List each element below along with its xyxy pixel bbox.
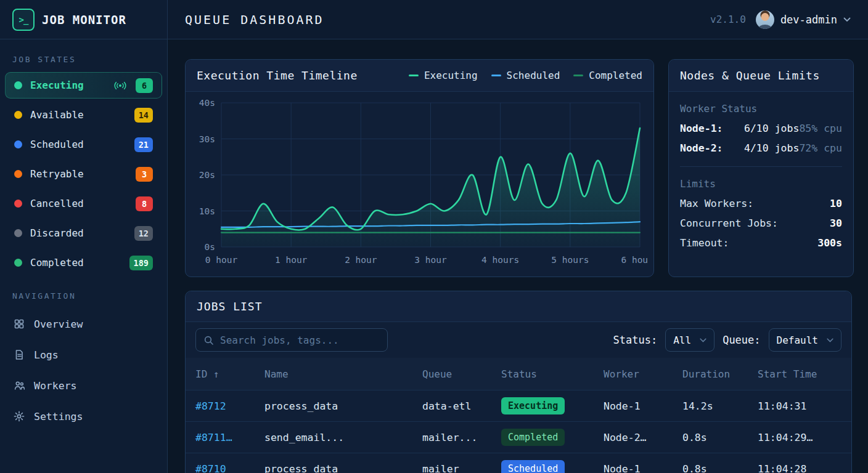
legend-label: Executing — [424, 70, 478, 81]
job-worker: Node-1 — [604, 463, 682, 473]
column-header-id[interactable]: ID ↑ — [195, 368, 264, 380]
table-row[interactable]: #8712 process_data data-etl Executing No… — [186, 390, 851, 421]
svg-text:10s: 10s — [199, 206, 215, 216]
state-count-badge: 3 — [136, 167, 153, 182]
limit-value: 300s — [817, 237, 842, 249]
nav-label: Overview — [34, 318, 83, 330]
job-duration: 0.8s — [682, 432, 758, 443]
nav-label: Settings — [34, 411, 83, 422]
column-header-queue[interactable]: Queue — [422, 368, 501, 380]
state-label: Cancelled — [30, 198, 128, 209]
state-dot — [14, 170, 22, 178]
state-label: Executing — [30, 79, 106, 91]
svg-text:4 hours: 4 hours — [481, 255, 519, 265]
limits-label: Limits — [680, 178, 842, 190]
terminal-logo-icon: >_ — [12, 9, 35, 31]
state-item-completed[interactable]: Completed 189 — [5, 249, 162, 276]
job-states-list: Executing 6 Available 14 Scheduled 21 Re… — [0, 72, 167, 276]
search-box — [195, 328, 388, 352]
nav-item-overview[interactable]: Overview — [9, 309, 158, 339]
column-header-status[interactable]: Status — [501, 368, 604, 380]
svg-text:6 hours: 6 hours — [621, 255, 649, 265]
limit-name: Max Workers: — [680, 198, 753, 209]
state-label: Discarded — [30, 227, 126, 239]
legend-executing[interactable]: Executing — [409, 70, 478, 81]
node-name: Node-1: — [680, 123, 744, 134]
node-status-row: Node-1: 6/10 jobs 85% cpu — [680, 123, 842, 134]
state-item-scheduled[interactable]: Scheduled 21 — [5, 131, 162, 158]
nav-item-settings[interactable]: Settings — [9, 401, 158, 432]
nav-item-logs[interactable]: Logs — [9, 339, 158, 370]
gear-icon — [14, 411, 25, 422]
chevron-down-icon — [827, 338, 833, 342]
state-item-retryable[interactable]: Retryable 3 — [5, 161, 162, 187]
page-title: QUEUE DASHBOARD — [185, 12, 324, 27]
queue-filter-dropdown[interactable]: Default — [769, 328, 841, 352]
status-badge: Executing — [501, 397, 565, 414]
content: Execution Time Timeline Executing Schedu… — [168, 39, 868, 473]
node-jobs: 4/10 jobs — [744, 142, 799, 154]
status-filter-dropdown[interactable]: All — [665, 328, 714, 352]
chevron-down-icon — [843, 17, 851, 22]
app-header: >_ JOB MONITOR — [0, 0, 167, 39]
job-id-link[interactable]: #8710 — [195, 463, 264, 473]
job-name: process_data — [264, 400, 422, 412]
queue-filter-label: Queue: — [723, 334, 760, 346]
state-count-badge: 12 — [134, 226, 153, 241]
jobs-list-title: JOBS LIST — [197, 300, 840, 313]
legend-scheduled[interactable]: Scheduled — [491, 70, 560, 81]
node-jobs: 6/10 jobs — [744, 123, 799, 134]
worker-status-label: Worker Status — [680, 103, 842, 115]
job-id-link[interactable]: #8712 — [195, 400, 264, 412]
state-dot — [14, 259, 22, 267]
legend-dash-icon — [573, 75, 583, 76]
svg-text:0s: 0s — [205, 242, 215, 252]
state-label: Completed — [30, 257, 121, 269]
column-header-worker[interactable]: Worker — [604, 368, 682, 380]
username: dev-admin — [780, 14, 837, 26]
job-start-time: 11:04:28 — [758, 463, 851, 473]
table-row[interactable]: #8711… send_email... mailer... Completed… — [186, 421, 851, 453]
state-count-badge: 21 — [134, 137, 153, 152]
state-item-executing[interactable]: Executing 6 — [5, 72, 162, 99]
job-worker: Node-1 — [604, 400, 682, 412]
status-filter-value: All — [673, 334, 691, 346]
state-item-cancelled[interactable]: Cancelled 8 — [5, 190, 162, 217]
column-header-duration[interactable]: Duration — [682, 368, 758, 380]
legend-dash-icon — [409, 75, 419, 76]
status-filter-label: Status: — [613, 334, 658, 346]
chevron-down-icon — [700, 338, 706, 342]
node-status-row: Node-2: 4/10 jobs 72% cpu — [680, 142, 842, 154]
state-item-discarded[interactable]: Discarded 12 — [5, 220, 162, 246]
nav-label: Logs — [34, 349, 59, 361]
job-queue: mailer... — [422, 432, 501, 443]
table-row[interactable]: #8710 process_data mailer Scheduled Node… — [186, 453, 851, 473]
state-item-available[interactable]: Available 14 — [5, 102, 162, 128]
workers-icon — [14, 380, 25, 391]
svg-text:30s: 30s — [199, 134, 215, 144]
main-area: QUEUE DASHBOARD v2.1.0 dev-admin Executi… — [168, 0, 868, 473]
job-name: send_email... — [264, 432, 422, 443]
search-input[interactable] — [220, 334, 380, 346]
job-queue: data-etl — [422, 400, 501, 412]
nav-item-workers[interactable]: Workers — [9, 370, 158, 401]
state-dot — [14, 229, 22, 237]
column-header-start-time[interactable]: Start Time — [758, 368, 851, 380]
job-duration: 14.2s — [682, 400, 758, 412]
job-name: process_data — [264, 463, 422, 473]
limit-row: Concurrent Jobs: 30 — [680, 217, 842, 229]
legend-label: Completed — [589, 70, 642, 81]
queue-filter-value: Default — [777, 334, 818, 346]
job-start-time: 11:04:29… — [758, 432, 851, 443]
node-cpu: 72% cpu — [799, 142, 842, 154]
status-badge: Completed — [501, 429, 565, 446]
state-count-badge: 8 — [136, 196, 153, 211]
column-header-name[interactable]: Name — [264, 368, 422, 380]
svg-text:1 hour: 1 hour — [275, 255, 308, 265]
jobs-card: JOBS LIST Status: All — [185, 291, 852, 473]
legend-completed[interactable]: Completed — [573, 70, 642, 81]
user-menu[interactable]: dev-admin — [756, 10, 851, 29]
job-id-link[interactable]: #8711… — [195, 432, 264, 443]
timeline-chart: 0s10s20s30s40s0 hour1 hour2 hour3 hour4 … — [189, 94, 649, 273]
status-badge: Scheduled — [501, 460, 565, 473]
